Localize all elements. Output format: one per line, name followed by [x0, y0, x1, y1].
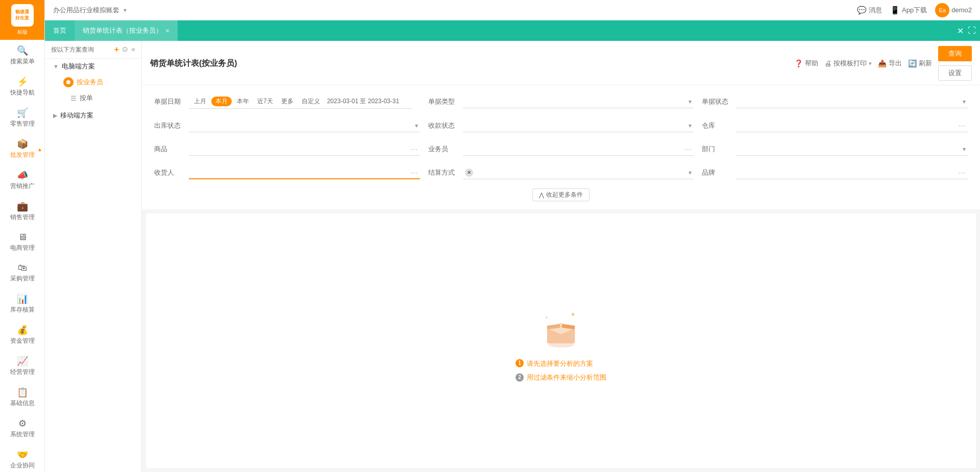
settings-button[interactable]: 设置: [938, 65, 972, 81]
collapse-up-icon: ⋀: [539, 192, 544, 199]
empty-state: ✦ ✦ · 1 请先选择要分析的方案 2 用过滤条件来缩小分析范围: [146, 214, 976, 468]
message-label: 消息: [869, 6, 882, 15]
tab-sales-stats[interactable]: 销货单统计表（按业务员） ×: [75, 20, 178, 41]
salesperson-label: 业务员: [428, 145, 463, 154]
lightning-icon: ⚡: [17, 76, 28, 87]
tab-close-icon[interactable]: ×: [165, 27, 169, 35]
salesperson-dots-icon: ···: [684, 145, 692, 153]
sidebar-item-sales[interactable]: 💼 销售管理: [0, 196, 44, 227]
gear-icon: ⚙: [18, 418, 27, 429]
settlement-dropdown-icon: ▾: [689, 169, 692, 176]
salesperson-input[interactable]: ···: [463, 143, 694, 156]
filter-cell-settlement: 结算方式 ✕ ▾: [424, 163, 698, 182]
dept-input[interactable]: ▾: [737, 143, 968, 156]
add-scheme-button[interactable]: +: [114, 45, 119, 54]
tab-expand-icon[interactable]: ⛶: [968, 26, 976, 35]
shopping-icon: 🛍: [18, 263, 27, 273]
date-tab-this-year[interactable]: 本年: [234, 97, 252, 106]
active-scheme-icon: [66, 80, 71, 85]
doc-status-dropdown-icon: ▾: [963, 98, 966, 105]
doc-status-label: 单据状态: [702, 97, 737, 106]
svg-text:✦: ✦: [570, 311, 576, 318]
sidebar-item-wholesale[interactable]: 📦 批发管理 ▲: [0, 133, 44, 164]
dropdown-chevron-icon[interactable]: ▾: [124, 7, 127, 14]
date-field[interactable]: 上月 本月 本年 近7天 更多 自定义 2023-03-01 至 2023-03…: [189, 95, 412, 109]
sidebar-item-finance[interactable]: 💰 资金管理: [0, 319, 44, 350]
empty-tip2: 用过滤条件来缩小分析范围: [527, 371, 606, 383]
mobile-scheme-arrow-icon: ▶: [53, 112, 57, 119]
app-logo: 畅捷通好生意 标版: [0, 0, 44, 40]
help-icon: ❓: [794, 59, 803, 67]
tree-item-by-order[interactable]: ☰ 按单: [45, 90, 141, 106]
sidebar-item-retail[interactable]: 🛒 零售管理: [0, 102, 44, 133]
out-status-input[interactable]: ▾: [189, 119, 420, 132]
date-tab-more[interactable]: 更多: [278, 97, 297, 106]
payment-status-dropdown-icon: ▾: [689, 122, 692, 129]
sidebar-item-inventory[interactable]: 📊 库存核算: [0, 288, 44, 319]
help-button[interactable]: ❓ 帮助: [794, 59, 818, 68]
date-tab-this-month[interactable]: 本月: [211, 97, 232, 106]
clipboard-icon: 📋: [17, 387, 28, 398]
sidebar-item-system[interactable]: ⚙ 系统管理: [0, 413, 44, 444]
sidebar-item-search[interactable]: 🔍 搜索菜单: [0, 40, 44, 71]
empty-illustration: ✦ ✦ ·: [535, 298, 586, 349]
tab-home[interactable]: 首页: [45, 20, 75, 41]
copy-scheme-button[interactable]: ⊙: [122, 45, 128, 54]
sidebar-item-quick-nav[interactable]: ⚡ 快捷导航: [0, 71, 44, 102]
date-tab-last-month[interactable]: 上月: [191, 97, 209, 106]
print-dropdown-icon: ▾: [869, 60, 872, 67]
filter-cell-warehouse: 仓库 ···: [698, 116, 972, 135]
doc-type-input[interactable]: ▾: [463, 95, 694, 108]
warehouse-dots-icon: ···: [959, 122, 966, 129]
brand-input[interactable]: ···: [737, 166, 968, 179]
svg-point-0: [66, 80, 70, 84]
filter-cell-date: 单据日期 上月 本月 本年 近7天 更多 自定义 2023-03-01 至 20…: [150, 91, 424, 112]
warehouse-input[interactable]: ···: [737, 119, 968, 132]
receiver-input[interactable]: ···: [189, 166, 420, 179]
doc-status-input[interactable]: ▾: [737, 95, 968, 108]
svg-text:✦: ✦: [545, 315, 549, 320]
avatar: Ea: [935, 3, 949, 17]
tab-minimize-icon[interactable]: ✕: [957, 26, 964, 36]
payment-status-input[interactable]: ▾: [463, 119, 694, 132]
sidebar-item-purchase[interactable]: 🛍 采购管理: [0, 257, 44, 288]
brand-label: 品牌: [702, 168, 737, 177]
doc-type-dropdown-icon: ▾: [689, 98, 692, 105]
tree-item-by-salesperson[interactable]: 按业务员: [45, 74, 141, 90]
sidebar-item-ecommerce[interactable]: 🖥 电商管理: [0, 227, 44, 257]
filter-cell-out-status: 出库状态 ▾: [150, 116, 424, 135]
goods-input[interactable]: ···: [189, 143, 420, 156]
collapse-panel-button[interactable]: «: [131, 45, 135, 54]
pc-scheme-group[interactable]: ▼ 电脑端方案: [45, 59, 141, 74]
user-avatar-button[interactable]: Ea demo2: [935, 3, 972, 17]
template-print-button[interactable]: 🖨 按模板打印 ▾: [824, 59, 872, 68]
sidebar-item-basic[interactable]: 📋 基础信息: [0, 382, 44, 413]
page-header-actions: ❓ 帮助 🖨 按模板打印 ▾ 📤 导出 🔄 刷新: [794, 46, 972, 81]
app-download-button[interactable]: 📱 App下载: [890, 6, 927, 15]
empty-tip: 1 请先选择要分析的方案 2 用过滤条件来缩小分析范围: [516, 358, 606, 384]
collapse-row: ⋀ 收起更多条件: [150, 186, 972, 203]
collapse-button[interactable]: ⋀ 收起更多条件: [532, 188, 590, 201]
refresh-button[interactable]: 🔄 刷新: [908, 59, 932, 68]
action-buttons-group: 查询 设置: [938, 46, 972, 81]
date-tab-custom[interactable]: 自定义: [299, 97, 323, 106]
briefcase-icon: 💼: [17, 201, 28, 212]
settlement-clear-icon[interactable]: ✕: [465, 169, 473, 177]
dept-dropdown-icon: ▾: [963, 146, 966, 153]
sidebar-item-marketing[interactable]: 📣 营销推广: [0, 164, 44, 196]
sidebar-item-operation[interactable]: 📈 经营管理: [0, 350, 44, 382]
query-button[interactable]: 查询: [938, 46, 972, 61]
settlement-input[interactable]: ✕ ▾: [463, 166, 694, 179]
right-panel: 销货单统计表(按业务员) ❓ 帮助 🖨 按模板打印 ▾ 📤 导出: [142, 41, 980, 472]
export-button[interactable]: 📤 导出: [878, 59, 902, 68]
date-tab-last-7days[interactable]: 近7天: [254, 97, 276, 106]
filter-row-3: 商品 ··· 业务员 ··· 部门: [150, 139, 972, 159]
mobile-scheme-group[interactable]: ▶ 移动端方案: [45, 108, 141, 123]
username-label: demo2: [951, 6, 972, 14]
sidebar: 畅捷通好生意 标版 🔍 搜索菜单 ⚡ 快捷导航 🛒 零售管理 📦 批发管理 ▲ …: [0, 0, 45, 472]
sidebar-item-enterprise[interactable]: 🤝 企业协同: [0, 444, 44, 472]
pc-scheme-arrow-icon: ▼: [53, 63, 59, 69]
mobile-scheme-label: 移动端方案: [60, 111, 93, 120]
message-button[interactable]: 💬 消息: [857, 6, 882, 15]
empty-tip1: 请先选择要分析的方案: [527, 358, 593, 369]
